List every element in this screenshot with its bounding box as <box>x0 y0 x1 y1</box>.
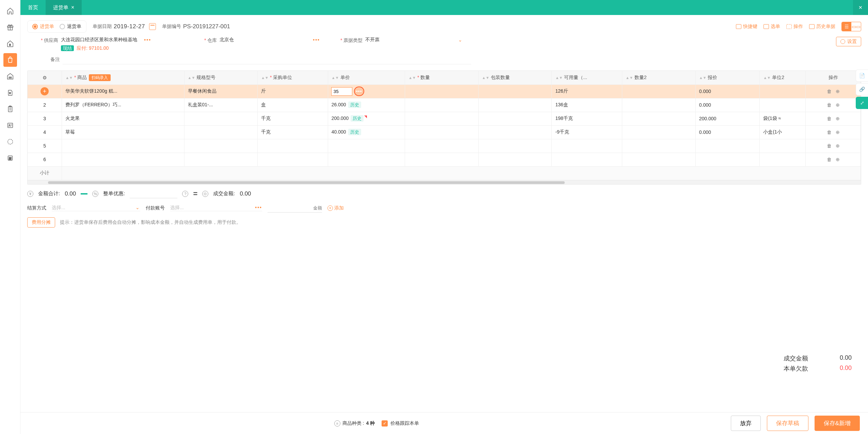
calendar-icon[interactable] <box>149 23 156 30</box>
col-price[interactable]: ▲▼单价 <box>328 71 405 84</box>
view-card-icon[interactable]: ▭▭ <box>851 22 861 31</box>
warehouse-more-icon[interactable]: ••• <box>313 37 320 43</box>
delete-icon[interactable]: 🗑 <box>827 116 832 121</box>
cell-spec[interactable]: 早餐休闲食品 <box>184 84 258 98</box>
cell-unit[interactable]: 千克 <box>258 125 328 139</box>
nav-home-icon[interactable] <box>3 4 17 18</box>
cell-price[interactable] <box>328 139 405 153</box>
col-avail[interactable]: ▲▼可用量（... <box>552 71 622 84</box>
history-tag[interactable]: 历史 <box>348 129 361 135</box>
cell-qty2[interactable] <box>622 139 696 153</box>
nav-new-icon[interactable]: 新 <box>3 151 17 165</box>
tab-home[interactable]: 首页 <box>20 0 46 15</box>
track-checkbox[interactable]: ✓价格跟踪本单 <box>382 420 419 427</box>
cell-packqty[interactable] <box>478 139 552 153</box>
settings-button[interactable]: 设置 <box>836 37 861 46</box>
nav-finance-icon[interactable]: ¥ <box>3 86 17 99</box>
col-unit2[interactable]: ▲▼单位2 <box>760 71 806 84</box>
table-row[interactable]: 4草莓千克40.000历史-9千克0.000小盒(1小🗑⊕ <box>28 125 861 139</box>
history-tag[interactable]: 历史 <box>351 115 364 122</box>
cell-price[interactable]: 200.000历史 <box>328 112 405 125</box>
nav-purchase-icon[interactable] <box>3 53 17 67</box>
cell-product[interactable]: 费列罗（FERRERO）巧... <box>62 98 184 112</box>
copy-icon[interactable]: ⊕ <box>836 129 840 135</box>
save-new-button[interactable]: 保存&新增 <box>815 416 860 431</box>
close-icon[interactable]: × <box>71 4 74 11</box>
cell-product[interactable]: 火龙果 <box>62 112 184 125</box>
col-settings[interactable]: ⚙ <box>28 71 62 84</box>
supplier-value[interactable]: 大连花园口经济区景和水果种植基地 <box>61 37 137 43</box>
cell-spec[interactable] <box>184 112 258 125</box>
cell-packqty[interactable] <box>478 153 552 166</box>
cell-price[interactable]: ••• <box>328 84 405 98</box>
nav-clipboard-icon[interactable] <box>3 102 17 116</box>
col-qty[interactable]: ▲▼数量 <box>405 71 479 84</box>
table-row[interactable]: 6🗑⊕ <box>28 153 861 166</box>
radio-purchase[interactable]: 进货单 <box>32 24 54 30</box>
cell-price[interactable] <box>328 153 405 166</box>
scan-badge[interactable]: 扫码录入 <box>89 74 111 81</box>
cell-qty2[interactable] <box>622 84 696 98</box>
nav-sync-icon[interactable] <box>3 135 17 149</box>
cell-qty[interactable] <box>405 139 479 153</box>
toolbar-shortcut[interactable]: 快捷键 <box>736 24 757 30</box>
cell-spec[interactable] <box>184 139 258 153</box>
help-icon[interactable]: ? <box>182 191 188 197</box>
add-settle-button[interactable]: +添加 <box>327 205 344 211</box>
cell-packqty[interactable] <box>478 125 552 139</box>
table-row[interactable]: 2费列罗（FERRERO）巧...礼盒装01-...盒26.000历史136盒0… <box>28 98 861 112</box>
copy-icon[interactable]: ⊕ <box>836 157 840 162</box>
date-value[interactable]: 2019-12-27 <box>114 23 145 30</box>
cell-product[interactable]: 草莓 <box>62 125 184 139</box>
col-qty2[interactable]: ▲▼数量2 <box>622 71 696 84</box>
copy-icon[interactable]: ⊕ <box>836 143 840 149</box>
cell-qty2[interactable] <box>622 98 696 112</box>
price-input[interactable] <box>332 88 352 95</box>
col-quote[interactable]: ▲▼报价 <box>695 71 760 84</box>
col-unit[interactable]: ▲▼采购单位 <box>258 71 328 84</box>
delete-icon[interactable]: 🗑 <box>827 129 832 135</box>
cell-qty[interactable] <box>405 98 479 112</box>
toolbar-operate[interactable]: 操作 <box>786 24 803 30</box>
discount-input[interactable] <box>130 189 177 198</box>
cell-packqty[interactable] <box>478 98 552 112</box>
copy-icon[interactable]: ⊕ <box>836 89 840 94</box>
rail-link-icon[interactable]: 🔗 <box>856 83 868 95</box>
delete-icon[interactable]: 🗑 <box>827 102 832 108</box>
nav-gift-icon[interactable] <box>3 20 17 34</box>
price-more-icon[interactable]: ••• <box>354 87 364 96</box>
delete-icon[interactable]: 🗑 <box>827 89 832 94</box>
settle-account-select[interactable]: 选择...••• <box>170 205 262 211</box>
tab-purchase[interactable]: 进货单× <box>46 0 82 15</box>
add-row-icon[interactable]: + <box>41 87 49 95</box>
horizontal-scrollbar[interactable] <box>28 180 861 184</box>
cell-product[interactable] <box>62 139 184 153</box>
chevron-down-icon[interactable]: ⌄ <box>458 37 463 43</box>
view-list-icon[interactable]: ☰ <box>842 22 851 31</box>
cell-packqty[interactable] <box>478 84 552 98</box>
col-packqty[interactable]: ▲▼包装数量 <box>478 71 552 84</box>
cancel-button[interactable]: 放弃 <box>731 416 761 431</box>
settle-method-select[interactable]: 选择...⌄ <box>52 205 140 211</box>
remark-input[interactable] <box>63 55 471 64</box>
history-tag[interactable]: 历史 <box>348 102 361 108</box>
cell-unit[interactable]: 斤 <box>258 84 328 98</box>
cell-spec[interactable] <box>184 125 258 139</box>
cell-qty2[interactable] <box>622 112 696 125</box>
cell-unit[interactable] <box>258 153 328 166</box>
warehouse-value[interactable]: 北京仓 <box>220 37 234 43</box>
cell-unit[interactable]: 千克 <box>258 112 328 125</box>
invoice-value[interactable]: 不开票 <box>365 37 380 43</box>
table-row[interactable]: +华美华夫软饼1200g 糕...早餐休闲食品斤•••126斤0.000🗑⊕ <box>28 84 861 98</box>
cell-qty[interactable] <box>405 125 479 139</box>
nav-contacts-icon[interactable] <box>3 119 17 132</box>
table-row[interactable]: 3火龙果千克200.000历史198千克200.000袋(1袋 ≈🗑⊕ <box>28 112 861 125</box>
cell-unit[interactable] <box>258 139 328 153</box>
cell-product[interactable] <box>62 153 184 166</box>
rail-note-icon[interactable]: 📄 <box>856 69 868 82</box>
cell-qty[interactable] <box>405 112 479 125</box>
radio-return[interactable]: 退货单 <box>60 24 81 30</box>
col-product[interactable]: ▲▼商品扫码录入 <box>62 71 184 84</box>
cell-spec[interactable]: 礼盒装01-... <box>184 98 258 112</box>
fee-allocate-button[interactable]: 费用分摊 <box>27 217 55 228</box>
